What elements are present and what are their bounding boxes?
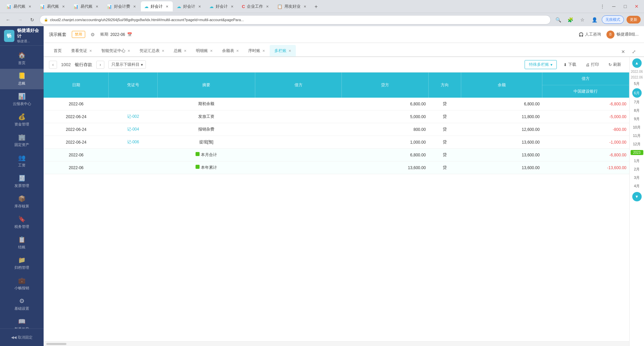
special-multiledger-button[interactable]: 特殊多栏账 ▾	[525, 60, 557, 69]
next-subject-button[interactable]: ›	[96, 61, 104, 69]
tab-detail-ledger-close[interactable]: ✕	[210, 49, 213, 53]
consult-button[interactable]: 🎧 人工咨询	[579, 32, 601, 37]
update-button[interactable]: 更新	[627, 16, 641, 23]
browser-tab-9[interactable]: 📋 用友好业 ✕	[274, 1, 311, 11]
cal-month-6[interactable]: 6月	[632, 88, 642, 98]
sidebar-item-home[interactable]: 🏠 首页	[0, 48, 44, 69]
cell-date: 2022-06-24	[44, 136, 109, 149]
tab-voucher-view[interactable]: 查看凭证 ✕	[66, 45, 97, 57]
tab-9-close[interactable]: ✕	[303, 4, 307, 9]
download-button[interactable]: ⬇ 下载	[561, 60, 579, 69]
tax-icon: 🔖	[18, 215, 25, 223]
calendar-up-button[interactable]: ▲	[632, 58, 642, 68]
tab-5-close[interactable]: ✕	[165, 4, 169, 9]
tab-multi-ledger[interactable]: 多栏账 ✕	[270, 45, 296, 57]
cell-credit: 1,000.00	[342, 136, 429, 149]
browser-tab-5[interactable]: ☁ 好会计 ✕	[141, 1, 173, 11]
sidebar-item-settings[interactable]: ⚙ 基础设置	[0, 294, 44, 314]
tab-7-close[interactable]: ✕	[230, 4, 234, 9]
tab-voucher-view-close[interactable]: ✕	[89, 49, 92, 53]
tab-1-close[interactable]: ✕	[28, 4, 32, 9]
cal-month-2023-1[interactable]: 1月	[631, 157, 643, 165]
tab-voucher-summary-close[interactable]: ✕	[162, 49, 164, 53]
sidebar-item-inventory[interactable]: 📦 库存核算	[0, 192, 44, 212]
minimize-button[interactable]: ─	[609, 2, 619, 11]
tab-journal[interactable]: 序时账 ✕	[244, 45, 270, 57]
cal-month-8[interactable]: 8月	[631, 107, 643, 114]
browser-tab-1[interactable]: 📊 易代账 ✕	[3, 1, 36, 11]
cal-month-2023-2[interactable]: 2月	[631, 165, 643, 173]
cal-month-5[interactable]: 5月	[631, 80, 643, 88]
sidebar-item-tax[interactable]: 🔖 税务管理	[0, 212, 44, 233]
sidebar-item-guide[interactable]: 📖 新手引导	[0, 314, 44, 329]
bookmark-icon[interactable]: ☆	[578, 15, 587, 24]
browser-tab-4[interactable]: 📊 好会计费 ✕	[103, 1, 140, 11]
wuhen-mode-button[interactable]: 无痕模式	[602, 15, 624, 24]
tab-home[interactable]: 首页	[49, 45, 66, 57]
prev-subject-button[interactable]: ‹	[49, 61, 57, 69]
window-close-button[interactable]: ✕	[632, 2, 641, 11]
sidebar-item-archive[interactable]: 📁 归档管理	[0, 253, 44, 274]
cal-month-2023-4[interactable]: 4月	[631, 182, 643, 190]
cal-month-9[interactable]: 9月	[631, 115, 643, 123]
sidebar-item-ledger[interactable]: 📒 总账	[0, 69, 44, 89]
tab-balance-sheet-close[interactable]: ✕	[236, 49, 239, 53]
tab-general-ledger-close[interactable]: ✕	[184, 49, 186, 53]
tab-list-button[interactable]: ⋮	[598, 2, 607, 11]
tab-expand-icon[interactable]: ⤢	[629, 47, 639, 56]
tab-8-close[interactable]: ✕	[265, 4, 270, 9]
browser-tab-6[interactable]: ☁ 好会计 ✕	[173, 1, 205, 11]
browser-tab-8[interactable]: C 企业工作 ✕	[238, 1, 273, 11]
cal-month-7[interactable]: 7月	[631, 98, 643, 106]
calendar-down-button[interactable]: ▼	[632, 192, 642, 201]
tab-general-ledger[interactable]: 总账 ✕	[169, 45, 191, 57]
forward-button[interactable]: →	[15, 15, 25, 24]
table-row: 2022-06-24 记-002 发放工资 5,000.00 贷 11,800.…	[44, 110, 629, 123]
tab-multi-ledger-close[interactable]: ✕	[288, 49, 291, 53]
cell-voucher[interactable]: 记-004	[109, 123, 157, 136]
sidebar-item-expense[interactable]: 💼 小畅报销	[0, 274, 44, 294]
tab-journal-close[interactable]: ✕	[262, 49, 265, 53]
sidebar-item-invoice[interactable]: 🧾 发票管理	[0, 171, 44, 192]
tab-close-panel-icon[interactable]: ✕	[619, 47, 628, 56]
sidebar-item-close-account[interactable]: 📋 结账	[0, 233, 44, 253]
tab-smart-voucher[interactable]: 智能凭证中心 ✕	[97, 45, 135, 57]
print-button[interactable]: 🖨 打印	[583, 60, 602, 69]
tab-2-close[interactable]: ✕	[61, 4, 66, 9]
cal-month-10[interactable]: 10月	[631, 123, 643, 131]
cell-voucher[interactable]: 记-002	[109, 110, 157, 123]
profile-icon[interactable]: 👤	[590, 15, 599, 24]
back-button[interactable]: ←	[3, 15, 13, 24]
browser-tab-3[interactable]: 📊 易代账 ✕	[70, 1, 103, 11]
sidebar-item-fixed-assets[interactable]: 🏢 固定资产	[0, 130, 44, 151]
cal-month-12[interactable]: 12月	[631, 140, 643, 148]
calendar-icon[interactable]: 📅	[127, 32, 132, 37]
browser-tab-2[interactable]: 📊 易代账 ✕	[36, 1, 69, 11]
pin-button[interactable]: ◀◀ 取消固定	[0, 332, 44, 343]
tab-balance-sheet[interactable]: 余额表 ✕	[217, 45, 244, 57]
browser-tab-7[interactable]: ☁ 好会计 ✕	[206, 1, 238, 11]
demo-badge[interactable]: 禁用	[72, 31, 85, 38]
maximize-button[interactable]: □	[621, 2, 630, 11]
tab-6-close[interactable]: ✕	[197, 4, 202, 9]
search-icon[interactable]: 🔍	[553, 15, 563, 24]
tab-3-close[interactable]: ✕	[95, 4, 99, 9]
cal-month-2023-3[interactable]: 3月	[631, 174, 643, 182]
address-bar[interactable]: 🔒 cloud2.chanjet.com/accounting/uh26t264…	[40, 15, 551, 24]
extension-icon[interactable]: 🧩	[566, 15, 575, 24]
tab-voucher-summary[interactable]: 凭证汇总表 ✕	[135, 45, 169, 57]
tab-smart-voucher-close[interactable]: ✕	[127, 49, 130, 53]
tab-4-close[interactable]: ✕	[132, 4, 137, 9]
filter-dropdown[interactable]: 只显示下级科目 ▾	[108, 60, 146, 69]
new-tab-button[interactable]: +	[311, 2, 321, 11]
sidebar-item-payroll[interactable]: 👥 工资	[0, 151, 44, 171]
horizontal-scrollbar[interactable]	[44, 341, 629, 346]
sidebar-item-cloud-report[interactable]: 📊 云报表中心	[0, 89, 44, 110]
cell-voucher[interactable]: 记-006	[109, 136, 157, 149]
tab-detail-ledger[interactable]: 明细账 ✕	[191, 45, 217, 57]
settings-gear-icon[interactable]: ⚙	[91, 32, 95, 37]
cal-month-11[interactable]: 11月	[631, 132, 643, 140]
refresh-button[interactable]: ↻ 刷新	[606, 60, 624, 69]
sidebar-item-fund[interactable]: 💰 资金管理	[0, 110, 44, 130]
refresh-button[interactable]: ↻	[28, 15, 37, 24]
